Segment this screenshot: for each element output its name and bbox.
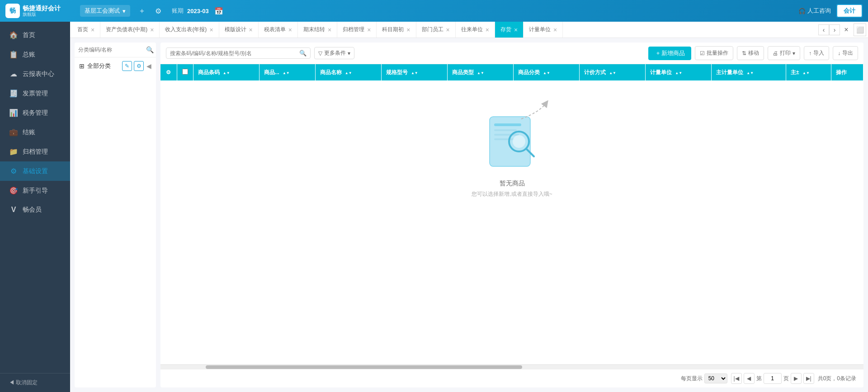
col-label: 主± — [791, 69, 799, 76]
sort-icon: ▲▼ — [609, 71, 616, 75]
select-all-checkbox[interactable] — [182, 69, 188, 75]
settings-button[interactable]: ⚙ — [152, 5, 165, 17]
col-barcode[interactable]: 商品条码 ▲▼ — [193, 64, 259, 80]
tab-close-icon[interactable]: × — [406, 26, 410, 33]
col-main-plus[interactable]: 主± ▲▼ — [786, 64, 831, 80]
tab-subject[interactable]: 科目期初 × — [377, 22, 416, 38]
category-search-input[interactable] — [78, 47, 146, 53]
sidebar-item-home[interactable]: 🏠 首页 — [0, 25, 70, 45]
sidebar-footer: ◀ 取消固定 — [0, 373, 70, 392]
more-filters-button[interactable]: ▽ 更多条件 ▾ — [314, 47, 354, 59]
col-price-method[interactable]: 计价方式 ▲▼ — [579, 64, 645, 80]
scroll-thumb[interactable] — [206, 365, 522, 369]
move-button[interactable]: ⇅ 移动 — [737, 46, 764, 60]
col-label: 商品名称 — [320, 69, 342, 76]
tab-inventory[interactable]: 存货 × — [495, 22, 524, 38]
category-search-icon[interactable]: 🔍 — [146, 46, 154, 53]
tab-tax-list[interactable]: 税表清单 × — [259, 22, 298, 38]
tab-period-end[interactable]: 期末结转 × — [298, 22, 337, 38]
sidebar-item-cloud-report[interactable]: ☁ 云报表中心 — [0, 64, 70, 84]
page-nav: |◀ ◀ 第 页 ▶ ▶| — [731, 373, 814, 384]
page-number-input[interactable] — [764, 373, 782, 384]
category-settings-button[interactable]: ⚙ — [134, 61, 144, 71]
table-settings-column[interactable]: ⚙ — [160, 64, 177, 80]
tab-close-icon[interactable]: × — [91, 26, 94, 33]
col-label: 商品类型 — [452, 69, 474, 76]
logo-sub: 旗舰版 — [23, 12, 61, 17]
calendar-icon[interactable]: 📅 — [212, 5, 225, 17]
col-code[interactable]: 商品... ▲▼ — [259, 64, 315, 80]
tab-close-icon[interactable]: × — [367, 26, 371, 33]
tab-template[interactable]: 模版设计 × — [219, 22, 259, 38]
unfix-button[interactable]: ◀ 取消固定 — [9, 379, 61, 387]
product-search-input[interactable] — [170, 50, 297, 57]
sort-icon: ▲▼ — [543, 71, 550, 75]
move-icon: ⇅ — [742, 50, 746, 57]
sidebar-item-invoice[interactable]: 🧾 发票管理 — [0, 84, 70, 103]
tab-dept[interactable]: 部门员工 × — [416, 22, 456, 38]
tab-income[interactable]: 收入支出表(年报) × — [160, 22, 219, 38]
print-label: 打印 — [780, 49, 791, 57]
table-checkbox-column[interactable] — [177, 64, 193, 80]
tab-close-icon[interactable]: × — [514, 26, 518, 33]
add-product-button[interactable]: + 新增商品 — [648, 47, 691, 60]
col-main-unit[interactable]: 主计量单位 ▲▼ — [711, 64, 786, 80]
tab-close-icon[interactable]: × — [150, 26, 154, 33]
tab-prev-button[interactable]: ‹ — [818, 24, 829, 35]
sidebar-item-archive[interactable]: 📁 归档管理 — [0, 142, 70, 161]
svg-point-6 — [513, 135, 525, 148]
invoice-icon: 🧾 — [9, 89, 18, 98]
sidebar-item-guide[interactable]: 🎯 新手引导 — [0, 181, 70, 200]
col-type[interactable]: 商品类型 ▲▼ — [447, 64, 513, 80]
col-action: 操作 — [831, 64, 863, 80]
category-all-header[interactable]: ⊞ 全部分类 ✎ ⚙ ◀ — [75, 57, 156, 75]
sidebar-item-basic[interactable]: ⚙ 基础设置 — [0, 161, 70, 181]
tab-close-icon[interactable]: × — [446, 26, 450, 33]
prev-page-button[interactable]: ◀ — [744, 373, 755, 384]
tab-close-icon[interactable]: × — [328, 26, 331, 33]
category-edit-button[interactable]: ✎ — [122, 61, 132, 71]
print-button[interactable]: 🖨 打印 ▾ — [768, 46, 800, 60]
tab-close-all-button[interactable]: × — [840, 24, 853, 36]
svg-rect-4 — [494, 138, 514, 140]
panel-collapse-button[interactable]: ◀ — [146, 62, 151, 70]
tab-expand-button[interactable]: ⬜ — [854, 24, 866, 36]
first-page-button[interactable]: |◀ — [731, 373, 742, 384]
col-category[interactable]: 商品分类 ▲▼ — [513, 64, 579, 80]
tab-close-icon[interactable]: × — [249, 26, 253, 33]
vip-icon: V — [9, 206, 18, 214]
kuaiji-button[interactable]: 会计 — [836, 4, 863, 18]
horizontal-scrollbar[interactable] — [160, 364, 863, 369]
col-name[interactable]: 商品名称 ▲▼ — [315, 64, 381, 80]
col-unit[interactable]: 计量单位 ▲▼ — [645, 64, 711, 80]
tab-archive[interactable]: 归档管理 × — [337, 22, 377, 38]
export-button[interactable]: ↓ 导出 — [833, 46, 858, 60]
col-label: 商品... — [264, 69, 279, 76]
batch-operation-button[interactable]: ☑ 批量操作 — [695, 46, 733, 60]
page-end-label: 页 — [783, 375, 789, 383]
company-selector[interactable]: 基层工会测试 ▾ — [80, 5, 130, 17]
tab-close-icon[interactable]: × — [209, 26, 213, 33]
sidebar-item-tax[interactable]: 📊 税务管理 — [0, 103, 70, 123]
sidebar-item-vip[interactable]: V 畅会员 — [0, 200, 70, 219]
sidebar-item-close[interactable]: 💼 结账 — [0, 123, 70, 142]
sidebar-item-ledger[interactable]: 📋 总账 — [0, 45, 70, 64]
per-page-dropdown[interactable]: 50 10 20 100 — [704, 373, 727, 383]
tab-close-icon[interactable]: × — [288, 26, 292, 33]
period-value: 2023-03 — [187, 8, 209, 14]
tab-contacts[interactable]: 往来单位 × — [456, 22, 495, 38]
tab-next-button[interactable]: › — [829, 24, 840, 35]
last-page-button[interactable]: ▶| — [803, 373, 814, 384]
tab-unit[interactable]: 计量单位 × — [524, 22, 563, 38]
product-search-icon[interactable]: 🔍 — [299, 50, 307, 57]
next-page-button[interactable]: ▶ — [791, 373, 802, 384]
tab-close-icon[interactable]: × — [553, 26, 557, 33]
add-tab-button[interactable]: ＋ — [136, 5, 148, 17]
pagination: 每页显示 50 10 20 100 |◀ ◀ 第 页 — [160, 369, 863, 387]
tab-close-icon[interactable]: × — [486, 26, 489, 33]
ai-consult-button[interactable]: 🎧 人工咨询 — [798, 7, 831, 15]
import-button[interactable]: ↑ 导入 — [804, 46, 829, 60]
col-spec[interactable]: 规格型号 ▲▼ — [381, 64, 447, 80]
tab-balance[interactable]: 资产负债表(中期) × — [100, 22, 160, 38]
tab-home[interactable]: 首页 × — [72, 22, 100, 38]
